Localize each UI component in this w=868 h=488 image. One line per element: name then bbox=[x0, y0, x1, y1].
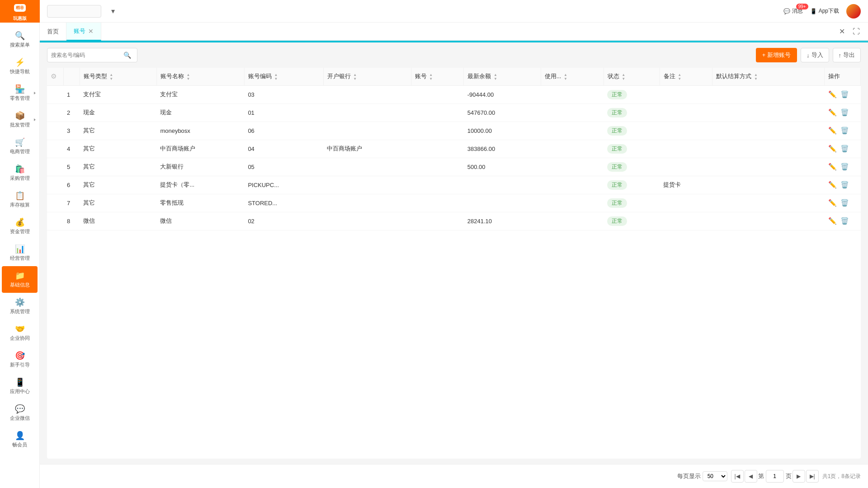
import-label: 导入 bbox=[811, 51, 823, 59]
edit-icon[interactable]: ✏️ bbox=[828, 90, 837, 99]
search-input[interactable] bbox=[51, 52, 123, 58]
delete-icon[interactable]: 🗑️ bbox=[840, 108, 849, 117]
prev-page-button[interactable]: ◀ bbox=[745, 470, 757, 483]
delete-icon[interactable]: 🗑️ bbox=[840, 181, 849, 189]
sidebar-item-wholesale-mgmt[interactable]: 📦 批发管理 bbox=[0, 106, 39, 133]
sidebar-item-quick-nav[interactable]: ⚡ 快捷导航 bbox=[0, 53, 39, 80]
top-header: ▾ 💬 消息 99+ 📱 App下载 bbox=[40, 0, 868, 23]
delete-icon[interactable]: 🗑️ bbox=[840, 163, 849, 171]
sidebar-nav: 🔍 搜索菜单 ⚡ 快捷导航 🏪 零售管理 📦 批发管理 🛒 电商管理 🛍️ 采购… bbox=[0, 26, 39, 488]
table-row: 3 其它 moneybosx 06 10000.00 正常 ✏️ 🗑️ bbox=[47, 122, 861, 140]
delete-icon[interactable]: 🗑️ bbox=[840, 199, 849, 207]
search-input-wrap[interactable]: 🔍 bbox=[47, 48, 137, 62]
add-account-button[interactable]: + 新增账号 bbox=[756, 48, 797, 62]
page-size-select[interactable]: 50 20 100 bbox=[703, 471, 727, 481]
sidebar-item-corp-wechat[interactable]: 💬 企业微信 bbox=[0, 399, 39, 426]
col-account[interactable]: 账号 ▲▼ bbox=[411, 68, 464, 85]
corp-agreement-icon: 🤝 bbox=[15, 324, 25, 334]
tab-home[interactable]: 首页 bbox=[40, 23, 66, 41]
col-gear[interactable]: ⚙ bbox=[47, 68, 63, 85]
search-icon[interactable]: 🔍 bbox=[123, 52, 131, 59]
sidebar-item-label: 基础信息 bbox=[10, 282, 30, 288]
row-status: 正常 bbox=[604, 212, 660, 230]
sys-mgmt-icon: ⚙️ bbox=[15, 297, 25, 307]
edit-icon[interactable]: ✏️ bbox=[828, 199, 837, 207]
sort-icon: ▲▼ bbox=[274, 73, 278, 81]
settings-icon: ⚙ bbox=[51, 72, 57, 80]
row-note bbox=[660, 158, 712, 176]
sidebar-item-search-order[interactable]: 🔍 搜索菜单 bbox=[0, 26, 39, 53]
chevron-down-icon: ▾ bbox=[111, 7, 115, 15]
sidebar-item-basic-info[interactable]: 📁 基础信息 bbox=[2, 266, 38, 293]
status-badge: 正常 bbox=[607, 126, 627, 136]
last-page-button[interactable]: ▶| bbox=[806, 470, 819, 483]
tab-close-all-button[interactable]: ✕ bbox=[835, 25, 848, 38]
tab-close-icon[interactable]: ✕ bbox=[88, 28, 94, 35]
col-status[interactable]: 状态 ▲▼ bbox=[604, 68, 660, 85]
row-gear bbox=[47, 122, 63, 140]
edit-icon[interactable]: ✏️ bbox=[828, 163, 837, 171]
col-balance[interactable]: 最新余额 ▲▼ bbox=[464, 68, 541, 85]
first-page-button[interactable]: |◀ bbox=[731, 470, 744, 483]
row-type: 其它 bbox=[80, 194, 156, 212]
user-avatar[interactable] bbox=[846, 4, 861, 19]
tab-maximize-button[interactable]: ⛶ bbox=[850, 25, 863, 38]
row-type: 其它 bbox=[80, 122, 156, 140]
sidebar-item-app-center[interactable]: 📱 应用中心 bbox=[0, 373, 39, 399]
row-name: 中百商场账户 bbox=[156, 140, 244, 158]
col-bank[interactable]: 开户银行 ▲▼ bbox=[323, 68, 411, 85]
sidebar-item-member[interactable]: 👤 畅会员 bbox=[0, 426, 39, 453]
edit-icon[interactable]: ✏️ bbox=[828, 217, 837, 225]
header-search-box[interactable] bbox=[47, 5, 101, 18]
col-usage[interactable]: 使用... ▲▼ bbox=[541, 68, 604, 85]
row-default-payment bbox=[712, 103, 825, 122]
col-type[interactable]: 账号类型 ▲▼ bbox=[80, 68, 156, 85]
page-input[interactable] bbox=[766, 470, 784, 483]
row-gear bbox=[47, 212, 63, 230]
sidebar-item-ops-mgmt[interactable]: 📊 经营管理 bbox=[0, 239, 39, 266]
col-note[interactable]: 备注 ▲▼ bbox=[660, 68, 712, 85]
sidebar-item-finance-mgmt[interactable]: 💰 资金管理 bbox=[0, 213, 39, 239]
next-page-button[interactable]: ▶ bbox=[793, 470, 805, 483]
row-usage bbox=[541, 85, 604, 103]
col-name[interactable]: 账号名称 ▲▼ bbox=[156, 68, 244, 85]
delete-icon[interactable]: 🗑️ bbox=[840, 127, 849, 135]
sidebar-item-new-guide[interactable]: 🎯 新手引导 bbox=[0, 346, 39, 373]
delete-icon[interactable]: 🗑️ bbox=[840, 145, 849, 153]
row-num: 3 bbox=[63, 122, 80, 140]
delete-icon[interactable]: 🗑️ bbox=[840, 90, 849, 99]
row-num: 8 bbox=[63, 212, 80, 230]
table-row: 1 支付宝 支付宝 03 -90444.00 正常 ✏️ 🗑️ bbox=[47, 85, 861, 103]
edit-icon[interactable]: ✏️ bbox=[828, 108, 837, 117]
row-status: 正常 bbox=[604, 158, 660, 176]
sidebar-item-retail-mgmt[interactable]: 🏪 零售管理 bbox=[0, 80, 39, 106]
retail-mgmt-icon: 🏪 bbox=[15, 84, 25, 94]
sidebar-item-corp-agreement[interactable]: 🤝 企业协同 bbox=[0, 319, 39, 346]
row-type: 支付宝 bbox=[80, 85, 156, 103]
member-icon: 👤 bbox=[15, 431, 25, 441]
edit-icon[interactable]: ✏️ bbox=[828, 145, 837, 153]
row-actions: ✏️ 🗑️ bbox=[825, 85, 861, 103]
sidebar-item-purchase-mgmt[interactable]: 🛍️ 采购管理 bbox=[0, 160, 39, 186]
sidebar-item-sys-mgmt[interactable]: ⚙️ 系统管理 bbox=[0, 293, 39, 319]
header-dropdown-btn[interactable]: ▾ bbox=[107, 5, 119, 18]
sidebar-item-label: 资金管理 bbox=[10, 228, 30, 235]
col-code[interactable]: 账号编码 ▲▼ bbox=[244, 68, 323, 85]
message-button[interactable]: 💬 消息 99+ bbox=[783, 7, 803, 15]
tab-actions: ✕ ⛶ bbox=[835, 25, 868, 38]
tab-account[interactable]: 账号 ✕ bbox=[66, 23, 101, 41]
app-download-button[interactable]: 📱 App下载 bbox=[810, 7, 839, 15]
row-type: 其它 bbox=[80, 158, 156, 176]
col-default-payment[interactable]: 默认结算方式 ▲▼ bbox=[712, 68, 825, 85]
sidebar-item-ecommerce-mgmt[interactable]: 🛒 电商管理 bbox=[0, 133, 39, 160]
content-area: 🔍 + 新增账号 ↓ 导入 ↑ 导出 bbox=[40, 42, 868, 464]
import-button[interactable]: ↓ 导入 bbox=[801, 48, 829, 62]
edit-icon[interactable]: ✏️ bbox=[828, 127, 837, 135]
delete-icon[interactable]: 🗑️ bbox=[840, 217, 849, 225]
edit-icon[interactable]: ✏️ bbox=[828, 181, 837, 189]
toolbar-left: 🔍 bbox=[47, 48, 137, 62]
row-num: 1 bbox=[63, 85, 80, 103]
export-button[interactable]: ↑ 导出 bbox=[833, 48, 861, 62]
status-badge: 正常 bbox=[607, 162, 627, 172]
sidebar-item-inventory[interactable]: 📋 库存核算 bbox=[0, 186, 39, 213]
